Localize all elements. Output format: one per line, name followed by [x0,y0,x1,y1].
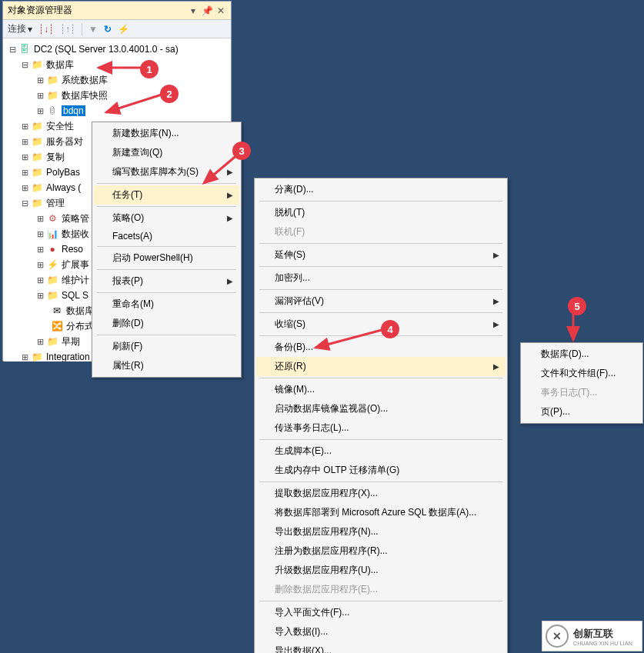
tree-server-root[interactable]: ⊟ 🗄 DC2 (SQL Server 13.0.4001.0 - sa) [5,42,229,57]
menu-properties[interactable]: 属性(R) [94,356,239,375]
plus-icon[interactable]: ⊞ [35,106,45,115]
menu-extract[interactable]: 提取数据层应用程序(X)... [256,484,506,503]
menu-separator [259,335,502,336]
menu-detach[interactable]: 分离(D)... [256,180,506,199]
menu-export[interactable]: 导出数据层应用程序(N)... [256,522,506,541]
tree-bdqn[interactable]: ⊞ 🛢 bdqn [5,103,229,118]
menu-genscript[interactable]: 生成脚本(E)... [256,441,506,461]
context-menu-tasks: 分离(D)... 脱机(T) 联机(F) 延伸(S)▶ 加密列... 漏洞评估(… [254,178,508,653]
menu-restore-txlog: 事务日志(T)... [522,383,641,402]
menu-new-database[interactable]: 新建数据库(N)... [94,124,239,143]
menu-importdata[interactable]: 导入数据(I)... [256,622,506,641]
plus-icon[interactable]: ⊞ [35,229,45,238]
connect-icon[interactable]: ┊↓┊ [38,24,54,35]
menu-separator [259,378,502,378]
menu-backup[interactable]: 备份(B)... [256,338,506,357]
folder-icon: 📁 [31,135,43,148]
menu-stretch[interactable]: 延伸(S)▶ [256,245,506,265]
menu-powershell[interactable]: 启动 PowerShell(H) [94,248,239,268]
server-icon: 🗄 [18,43,31,55]
plus-icon[interactable]: ⊞ [35,75,45,85]
minus-icon[interactable]: ⊟ [20,198,29,208]
menu-policy[interactable]: 策略(O)▶ [94,208,239,228]
folder-icon: 📁 [46,335,58,348]
menu-reports[interactable]: 报表(P)▶ [94,272,239,291]
mail-icon: ✉ [51,305,63,317]
menu-mirmonitor[interactable]: 启动数据库镜像监视器(O)... [256,399,506,418]
menu-exportdata[interactable]: 导出数据(X)... [256,641,506,653]
folder-icon: 📁 [31,151,43,163]
policy-icon: ⚙ [46,212,58,225]
menu-encrypt[interactable]: 加密列... [256,268,506,288]
resource-icon: ● [46,243,58,255]
menu-deploy[interactable]: 将数据库部署到 Microsoft Azure SQL 数据库(A)... [256,503,506,522]
node-label: 分布式 [66,320,94,333]
node-label: 早期 [62,335,80,348]
plus-icon[interactable]: ⊞ [20,137,29,146]
menu-offline[interactable]: 脱机(T) [256,203,506,222]
plus-icon[interactable]: ⊞ [35,91,45,100]
menu-upgrade[interactable]: 升级数据层应用程序(U)... [256,561,506,580]
menu-vuln[interactable]: 漏洞评估(V)▶ [256,292,506,311]
menu-refresh[interactable]: 刷新(F) [94,337,239,356]
plus-icon[interactable]: ⊞ [35,291,45,300]
menu-importflat[interactable]: 导入平面文件(F)... [256,603,506,622]
plus-icon[interactable]: ⊞ [35,260,45,269]
dist-icon: 🔀 [51,320,63,332]
context-menu-restore: 数据库(D)... 文件和文件组(F)... 事务日志(T)... 页(P)..… [520,342,643,424]
node-label: 数据库 [66,305,94,318]
menu-tasks[interactable]: 任务(T)▶ [94,185,239,205]
dropdown-icon[interactable]: ▾ [188,5,199,16]
menu-online: 联机(F) [256,222,506,242]
activity-icon[interactable]: ⚡ [118,24,129,35]
menu-restore-database[interactable]: 数据库(D)... [522,345,641,364]
menu-new-query[interactable]: 新建查询(Q) [94,143,239,162]
node-label-selected: bdqn [62,105,85,116]
pin-icon[interactable]: 📌 [202,5,212,16]
plus-icon[interactable]: ⊞ [35,245,45,254]
plus-icon[interactable]: ⊞ [35,337,45,346]
refresh-icon[interactable]: ↻ [104,24,112,35]
minus-icon[interactable]: ⊟ [20,60,29,69]
node-label: 数据收 [62,228,89,241]
tree-snapshot[interactable]: ⊞ 📁 数据库快照 [5,88,229,103]
menu-deletedac: 删除数据层应用程序(E)... [256,580,506,599]
menu-rename[interactable]: 重命名(M) [94,295,239,314]
minus-icon[interactable]: ⊟ [8,45,17,54]
plus-icon[interactable]: ⊞ [20,168,29,177]
annotation-badge-2: 2 [160,85,179,103]
annotation-badge-5: 5 [568,297,586,315]
menu-separator [97,183,236,184]
node-label: 安全性 [46,120,74,133]
plus-icon[interactable]: ⊞ [20,152,29,162]
menu-facets[interactable]: Facets(A) [94,228,239,245]
menu-separator [97,335,236,335]
panel-titlebar: 对象资源管理器 ▾ 📌 ✕ [3,2,231,20]
menu-restore-files[interactable]: 文件和文件组(F)... [522,364,641,383]
plus-icon[interactable]: ⊞ [20,183,29,192]
tree-sysdb[interactable]: ⊞ 📁 系统数据库 [5,72,229,88]
disconnect-icon[interactable]: ┊↑┊ [60,24,75,35]
menu-delete[interactable]: 删除(D) [94,314,239,333]
menu-separator [259,243,502,244]
menu-mirror[interactable]: 镜像(M)... [256,380,506,399]
menu-script-db[interactable]: 编写数据库脚本为(S)▶ [94,162,239,182]
menu-oltp[interactable]: 生成内存中 OLTP 迁移清单(G) [256,461,506,480]
menu-shipping[interactable]: 传送事务日志(L)... [256,418,506,438]
menu-restore[interactable]: 还原(R)▶ [256,357,506,376]
tree-databases[interactable]: ⊟ 📁 数据库 [5,57,229,72]
menu-register[interactable]: 注册为数据层应用程序(R)... [256,541,506,561]
menu-separator [259,312,502,313]
close-icon[interactable]: ✕ [215,5,226,16]
menu-separator [259,266,502,267]
plus-icon[interactable]: ⊞ [20,352,29,361]
node-label: 策略管 [62,212,89,225]
menu-separator [259,481,502,482]
plus-icon[interactable]: ⊞ [35,214,45,223]
menu-restore-page[interactable]: 页(P)... [522,402,641,421]
filter-icon[interactable]: ▼ [88,24,98,35]
node-label: 维护计 [62,274,89,287]
plus-icon[interactable]: ⊞ [35,275,45,285]
connect-button[interactable]: 连接 ▾ [8,22,32,35]
plus-icon[interactable]: ⊞ [20,122,29,131]
